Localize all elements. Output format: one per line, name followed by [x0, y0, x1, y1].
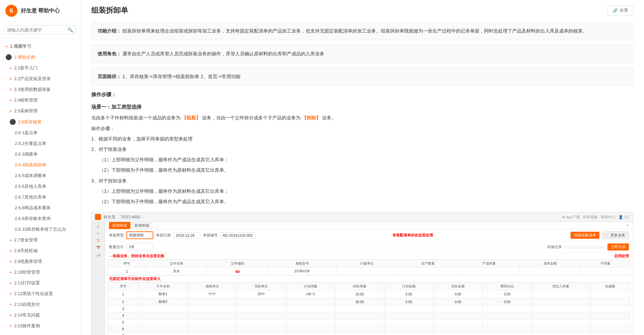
ss-date-label: 单据日期	[156, 233, 171, 238]
sidebar-item-2-6-5[interactable]: 2.6.5成本调整单	[0, 170, 80, 181]
search-input[interactable]	[7, 27, 65, 33]
sidebar-item-2-3[interactable]: + 2.3使用前数据准备	[0, 84, 80, 95]
sidebar-item-1[interactable]: + 1.视频学习	[0, 41, 80, 52]
sidebar-item-2-6-9[interactable]: 2.6.9库存账本查询	[0, 213, 80, 224]
annotation2-text: ←	[109, 254, 113, 258]
ss-type-input: 组装拆卸	[126, 231, 153, 239]
ss-num-input: AD-20191226-001	[220, 232, 255, 238]
sidebar-item-label: 2.帮助文档	[14, 54, 35, 60]
sidebar-item-2-12[interactable]: + 2.12系统个性化设置	[0, 288, 80, 299]
ss-select-btn[interactable]: 选择装配清单	[571, 232, 599, 239]
annotation2-label: 组装业务、拆卸业务在这里切换	[113, 254, 164, 259]
sidebar-item-2-1[interactable]: + 2.1新手入门	[0, 63, 80, 73]
ss-date-input: 2019-12-26	[173, 232, 200, 238]
sidebar-item-label: 2.6.3调拨单	[15, 151, 38, 157]
ops-title: 操作步骤：	[91, 92, 633, 98]
chaizhuo-tag: 【拆卸】	[302, 115, 321, 120]
table-row: 1 附表1 个/个 10/个 ⅹ价÷1 10.00 0.00 0.00 0.00	[108, 290, 630, 298]
ss-sub-th-fee: 费用分比	[483, 283, 532, 290]
ss-lower-table: 序号 子件名称 规格单位 实际单位 计划用量 实际用量 计划金额 实际金额 费用…	[108, 282, 630, 335]
sidebar-item-2-11[interactable]: + 2.11打印设置	[0, 278, 80, 288]
ss-confirm-btn[interactable]: 立即完成	[607, 243, 629, 250]
sidebar-item-2[interactable]: ⚫ 2.帮助文档	[0, 52, 80, 63]
ss-th-prod: 生产数量	[397, 260, 459, 268]
sidebar-item-2-5[interactable]: + 2.5采购管理	[0, 106, 80, 116]
plus-icon: +	[9, 280, 12, 286]
table-row: 5	[108, 319, 630, 326]
search-area: 🔍	[0, 22, 80, 38]
sidebar-item-2-6-8[interactable]: 2.6.8商品成本重算	[0, 203, 80, 213]
ss-th-seq: 序号	[108, 260, 146, 268]
sidebar-item-2-14[interactable]: + 2.14常见问题	[0, 310, 80, 321]
sidebar-item-label: 2.6.6其他入库单	[15, 183, 46, 189]
search-icon[interactable]: 🔍	[67, 27, 73, 33]
sidebar-item-label: 2.15操作案例	[14, 323, 40, 329]
sidebar-item-2-6-4[interactable]: 2.6.4组装拆卸单	[0, 160, 80, 170]
sidebar-item-2-4[interactable]: + 2.4销售管理	[0, 95, 80, 106]
ss-sub-th-deduct: 扣减量	[590, 283, 630, 290]
sidebar-item-2-7[interactable]: + 2.7资金管理	[0, 235, 80, 245]
ss-store-label: 存储仓库	[547, 244, 562, 249]
share-button[interactable]: 🔗 分享	[607, 5, 633, 15]
sidebar-item-2-15[interactable]: + 2.15操作案例	[0, 321, 80, 331]
sidebar-item-2-8[interactable]: + 2.8手机旺铺	[0, 245, 80, 256]
sidebar-item-2-6[interactable]: ⚫ 2.6库存核算	[0, 116, 80, 127]
sidebar-item-2-6-2[interactable]: 2.6.2分量盘点单	[0, 138, 80, 149]
ss-sub-td-name: 附表1	[139, 290, 188, 298]
sidebar-item-label: 2.6库存核算	[18, 119, 42, 125]
ss-sub-td-pamount: 0.00	[384, 298, 434, 306]
table-row: 1 关木 10.00×1件	[108, 268, 630, 275]
sidebar-item-label: 2.6.2分量盘点单	[15, 141, 46, 147]
plus-icon: +	[9, 98, 12, 103]
sidebar-item-2-6-3[interactable]: 2.6.3调拨单	[0, 149, 80, 160]
plus-icon: +	[9, 313, 12, 318]
ss-sub-td-first	[532, 290, 590, 298]
sidebar-item-label: 2.11打印设置	[14, 280, 40, 286]
sidebar-item-2-6-7[interactable]: 2.6.7其他出库单	[0, 192, 80, 203]
annotation1-text: 有装配清单的在这里处理	[258, 233, 568, 238]
sidebar-item-2-9[interactable]: + 2.9优惠券管理	[0, 256, 80, 267]
nav-tree: + 1.视频学习 ⚫ 2.帮助文档 + 2.1新手入门 + 2.2产品安装及登录…	[0, 38, 80, 335]
ss-sub-td-unit: 10/个	[237, 290, 286, 298]
ss-upper-table-container: 序号 父件名称 父件编码 规格型号 计量单位 生产数量 产成本量 成本金额 可用…	[105, 260, 633, 275]
plus-icon: +	[9, 270, 12, 275]
ss-sub-td-spec: 个/个	[187, 290, 237, 298]
sidebar-item-2-2[interactable]: + 2.2产品安装及登录	[0, 73, 80, 84]
step1: 1、根据不同的业务，选择不同单据的类型来处理	[91, 135, 633, 143]
ss-sub-td-deduct	[590, 298, 630, 306]
sidebar-item-2-6-6[interactable]: 2.6.6其他入库单	[0, 181, 80, 192]
sidebar-item-label: 2.6.7其他出库单	[15, 194, 46, 200]
sidebar-item-label: 2.7资金管理	[14, 237, 38, 243]
step3-2: （2）下部明细为子件明细，最终作为产成品生成其它入库单。	[91, 198, 633, 206]
scene-desc-end: 业务。	[322, 115, 336, 120]
sidebar-item-2-6-1[interactable]: 2.6.1盘点单	[0, 127, 80, 138]
sidebar-item-2-10[interactable]: + 2.10经营管理	[0, 267, 80, 278]
sidebar-item-2-13[interactable]: + 2.13在线支付	[0, 299, 80, 310]
ss-td-cost	[459, 268, 520, 275]
ss-store-input	[565, 246, 605, 248]
step3: 3、对于拆卸业务	[91, 177, 633, 185]
annotation3-label: 启用处理	[614, 254, 629, 259]
sidebar: 6 好生意 帮助中心 🔍 + 1.视频学习 ⚫ 2.帮助文档 + 2.1新手入门…	[0, 0, 80, 335]
intro-text: 组装拆卸单用来处理企业组装或拆卸等加工业务，支持有固定装配清单的产品加工业务，也…	[122, 28, 587, 34]
share-icon: 🔗	[612, 8, 618, 13]
content-area: 功能介绍： 组装拆卸单用来处理企业组装或拆卸等加工业务，支持有固定装配清单的产品…	[80, 15, 644, 335]
ss-sub-td-actual: 10.00	[335, 290, 384, 298]
path-label: 页面路径：	[98, 74, 121, 79]
logo-text: 好生意 帮助中心	[21, 7, 60, 14]
zuangzhuang-tag: 【组装】	[182, 115, 201, 120]
ss-tab-inactive: 新增单据	[131, 222, 153, 229]
ss-sub-th-aamount: 实际金额	[433, 283, 483, 290]
search-box[interactable]: 🔍	[4, 25, 76, 35]
ss-th-spec: 规格型号	[268, 260, 336, 268]
ss-sub-td-plan	[286, 298, 335, 306]
ss-more-btn[interactable]: ⋮ 更多业务	[602, 231, 629, 239]
sidebar-item-label: 2.6.10库存账本错了怎么办	[15, 226, 66, 232]
ss-sub-td-name: 附表2	[139, 298, 188, 306]
table-row: 2 附表2 30.00 0.00 0.00 0.00	[108, 298, 630, 306]
ss-td-fname: 关木	[146, 268, 207, 275]
share-label: 分享	[620, 7, 628, 13]
sidebar-item-2-6-10[interactable]: 2.6.10库存账本错了怎么办	[0, 224, 80, 235]
ss-th-avail: 可用量	[581, 260, 630, 268]
ss-td-avail	[581, 268, 630, 275]
